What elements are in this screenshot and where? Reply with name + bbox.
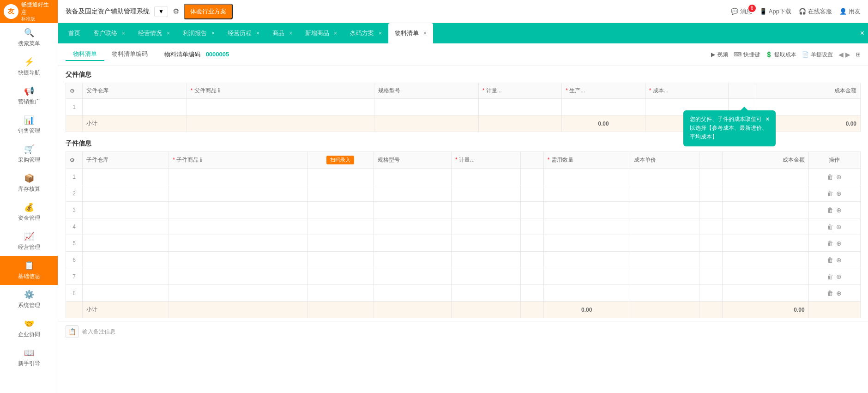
child-spec-7[interactable] xyxy=(374,268,451,285)
tab-close-icon[interactable]: × xyxy=(167,30,170,36)
child-unit-7[interactable] xyxy=(452,268,521,285)
user-button[interactable]: 👤 用友 xyxy=(839,7,861,16)
child-goods-6[interactable] xyxy=(169,252,307,268)
child-qty-6[interactable] xyxy=(543,252,630,268)
child-warehouse-4[interactable] xyxy=(83,218,169,235)
settings-icon[interactable]: ⚙ xyxy=(173,7,179,16)
parent-spec-cell[interactable] xyxy=(374,99,478,115)
parent-col-settings[interactable]: ⚙ xyxy=(66,83,83,99)
child-goods-7[interactable] xyxy=(169,268,307,285)
doc-settings-action[interactable]: 📄 单据设置 xyxy=(802,51,833,59)
delete-icon[interactable]: 🗑 xyxy=(827,290,833,297)
trial-button[interactable]: 体验行业方案 xyxy=(184,4,233,19)
child-amount-2[interactable] xyxy=(722,185,808,202)
child-unit-1[interactable] xyxy=(452,169,521,185)
child-unit-4[interactable] xyxy=(452,218,521,235)
child-goods-8[interactable] xyxy=(169,285,307,302)
child-warehouse-1[interactable] xyxy=(83,169,169,185)
child-spec-6[interactable] xyxy=(374,252,451,268)
shortcut-action[interactable]: ⌨ 快捷键 xyxy=(734,51,760,59)
tooltip-close-button[interactable]: × xyxy=(766,115,769,124)
nav-close-icon[interactable]: × xyxy=(860,29,864,37)
child-unit-3[interactable] xyxy=(452,202,521,218)
tab-close-icon[interactable]: × xyxy=(379,30,382,36)
video-action[interactable]: ▶ 视频 xyxy=(711,51,728,59)
tab-barcode[interactable]: 条码方案 × xyxy=(344,23,388,43)
page-tab-bom-code[interactable]: 物料清单编码 xyxy=(104,48,155,61)
child-unit-cost-4[interactable] xyxy=(630,218,699,235)
sidebar-item-inventory[interactable]: 📦 库存核算 xyxy=(0,169,58,198)
copy-icon[interactable]: ⊕ xyxy=(836,273,842,280)
app-download-button[interactable]: 📱 App下载 xyxy=(760,7,791,16)
child-goods-1[interactable] xyxy=(169,169,307,185)
message-button[interactable]: 💬 消息 6 xyxy=(731,7,752,16)
child-spec-2[interactable] xyxy=(374,185,451,202)
copy-icon[interactable]: ⊕ xyxy=(836,206,842,214)
copy-icon[interactable]: ⊕ xyxy=(836,190,842,197)
delete-icon[interactable]: 🗑 xyxy=(827,273,833,280)
child-spec-8[interactable] xyxy=(374,285,451,302)
delete-icon[interactable]: 🗑 xyxy=(827,240,833,247)
child-qty-3[interactable] xyxy=(543,202,630,218)
child-col-scan[interactable]: 扫码录入 xyxy=(307,152,374,169)
copy-icon[interactable]: ⊕ xyxy=(836,240,842,247)
note-icon[interactable]: 📋 xyxy=(66,325,78,338)
tab-history[interactable]: 经营历程 × xyxy=(221,23,266,43)
sidebar-item-sales[interactable]: 📊 销售管理 xyxy=(0,110,58,139)
tab-close-icon[interactable]: × xyxy=(122,30,125,36)
child-unit-cost-2[interactable] xyxy=(630,185,699,202)
child-qty-1[interactable] xyxy=(543,169,630,185)
page-tab-bom-list[interactable]: 物料清单 xyxy=(66,48,104,61)
tab-home[interactable]: 首页 xyxy=(62,23,87,43)
sidebar-item-basic-info[interactable]: 📋 基础信息 xyxy=(0,256,58,285)
tab-new-goods[interactable]: 新增商品 × xyxy=(299,23,344,43)
child-unit-6[interactable] xyxy=(452,252,521,268)
child-unit-8[interactable] xyxy=(452,285,521,302)
child-warehouse-2[interactable] xyxy=(83,185,169,202)
extract-cost-action[interactable]: 💲 提取成本 xyxy=(766,51,796,59)
sidebar-item-guide[interactable]: 📖 新手引导 xyxy=(0,343,58,372)
child-unit-cost-1[interactable] xyxy=(630,169,699,185)
tab-customer[interactable]: 客户联络 × xyxy=(87,23,132,43)
child-qty-5[interactable] xyxy=(543,235,630,252)
delete-icon[interactable]: 🗑 xyxy=(827,190,833,197)
child-goods-2[interactable] xyxy=(169,185,307,202)
tab-close-icon[interactable]: × xyxy=(334,30,337,36)
child-goods-5[interactable] xyxy=(169,235,307,252)
child-amount-3[interactable] xyxy=(722,202,808,218)
tab-goods[interactable]: 商品 × xyxy=(266,23,299,43)
delete-icon[interactable]: 🗑 xyxy=(827,223,833,230)
copy-icon[interactable]: ⊕ xyxy=(836,290,842,297)
tab-close-icon[interactable]: × xyxy=(423,30,427,36)
system-dropdown[interactable]: ▼ xyxy=(154,6,168,17)
copy-icon[interactable]: ⊕ xyxy=(836,173,842,181)
child-unit-2[interactable] xyxy=(452,185,521,202)
sidebar-item-quick-nav[interactable]: ⚡ 快捷导航 xyxy=(0,52,58,81)
child-unit-cost-8[interactable] xyxy=(630,285,699,302)
child-amount-4[interactable] xyxy=(722,218,808,235)
tab-close-icon[interactable]: × xyxy=(289,30,292,36)
scan-input-button[interactable]: 扫码录入 xyxy=(326,156,354,164)
prev-icon[interactable]: ◀ xyxy=(838,51,844,58)
sidebar-item-operations[interactable]: 📈 经营管理 xyxy=(0,227,58,256)
online-service-button[interactable]: 🎧 在线客服 xyxy=(799,7,832,16)
child-qty-4[interactable] xyxy=(543,218,630,235)
tab-close-icon[interactable]: × xyxy=(256,30,259,36)
child-warehouse-3[interactable] xyxy=(83,202,169,218)
child-warehouse-8[interactable] xyxy=(83,285,169,302)
grid-view-icon[interactable]: ⊞ xyxy=(856,51,861,58)
parent-warehouse-cell[interactable] xyxy=(83,99,187,115)
copy-icon[interactable]: ⊕ xyxy=(836,223,842,230)
child-qty-2[interactable] xyxy=(543,185,630,202)
child-col-settings[interactable]: ⚙ xyxy=(66,152,83,169)
child-spec-5[interactable] xyxy=(374,235,451,252)
child-qty-7[interactable] xyxy=(543,268,630,285)
child-amount-5[interactable] xyxy=(722,235,808,252)
child-goods-3[interactable] xyxy=(169,202,307,218)
child-unit-cost-7[interactable] xyxy=(630,268,699,285)
child-warehouse-5[interactable] xyxy=(83,235,169,252)
tab-close-icon[interactable]: × xyxy=(211,30,215,36)
sidebar-item-system[interactable]: ⚙️ 系统管理 xyxy=(0,285,58,314)
copy-icon[interactable]: ⊕ xyxy=(836,256,842,264)
child-amount-8[interactable] xyxy=(722,285,808,302)
